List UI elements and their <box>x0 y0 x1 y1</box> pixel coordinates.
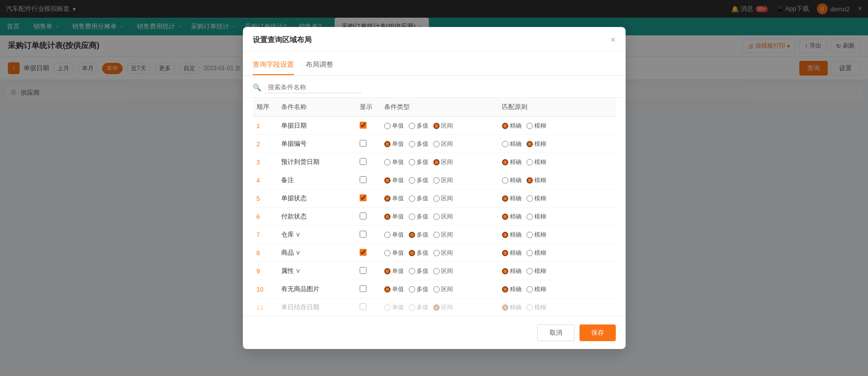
col-match: 匹配原则 <box>498 98 616 106</box>
modal-close-button[interactable]: × <box>610 35 616 45</box>
col-display: 显示 <box>356 98 380 106</box>
modal-header: 设置查询区域布局 × <box>243 27 626 52</box>
modal-overlay: 设置查询区域布局 × 查询字段设置 布局调整 🔍 顺序 条件名称 <box>0 0 868 106</box>
col-type: 条件类型 <box>380 98 498 106</box>
modal-title: 设置查询区域布局 <box>253 35 312 45</box>
search-icon: 🔍 <box>253 83 261 91</box>
col-name: 条件名称 <box>277 98 356 106</box>
modal-search-area: 🔍 <box>243 76 626 98</box>
col-order: 顺序 <box>253 98 277 106</box>
modal-tabs: 查询字段设置 布局调整 <box>243 52 626 76</box>
modal-table-container: 顺序 条件名称 显示 条件类型 匹配原则 1单据日期单值多值区间精确模糊2单据编… <box>243 98 626 106</box>
tab-query-fields[interactable]: 查询字段设置 <box>253 57 294 75</box>
conditions-table: 顺序 条件名称 显示 条件类型 匹配原则 1单据日期单值多值区间精确模糊2单据编… <box>253 98 616 106</box>
modal-dialog: 设置查询区域布局 × 查询字段设置 布局调整 🔍 顺序 条件名称 <box>243 27 626 106</box>
table-header: 顺序 条件名称 显示 条件类型 匹配原则 <box>253 98 616 106</box>
search-input[interactable] <box>264 81 362 93</box>
tab-layout-adjust[interactable]: 布局调整 <box>306 57 333 75</box>
